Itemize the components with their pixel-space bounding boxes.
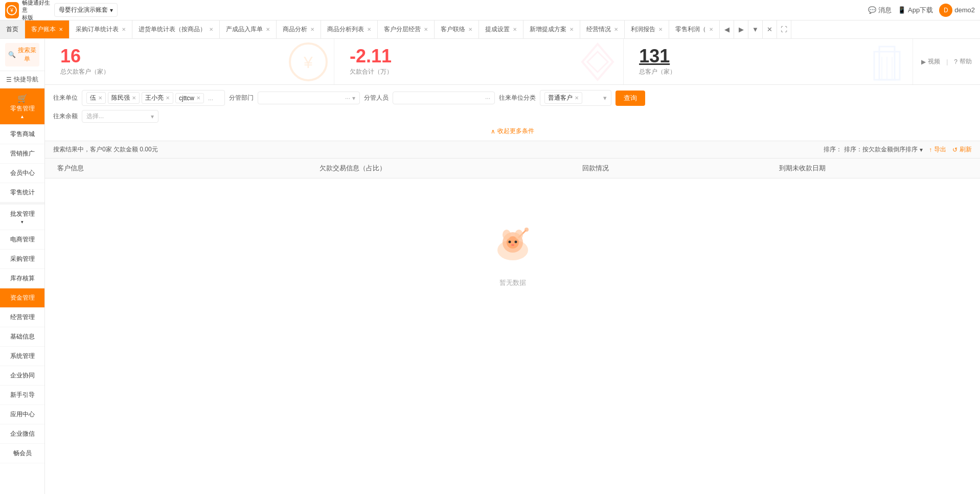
tab-expand-button[interactable]: ⛶: [777, 20, 791, 39]
person-filter-field[interactable]: ···: [393, 92, 495, 104]
sidebar-item-retail-stats[interactable]: 零售统计: [0, 183, 44, 203]
sidebar-item-enterprise[interactable]: 企业协同: [0, 366, 44, 386]
tab-close-icon[interactable]: ✕: [569, 27, 574, 32]
export-button[interactable]: ↑ 导出: [929, 145, 946, 154]
tag-close-icon[interactable]: ✕: [166, 95, 170, 101]
video-icon: ▶: [921, 58, 926, 65]
balance-filter-field[interactable]: 选择... ▾: [82, 110, 158, 123]
retail-mgmt-icon: 🛒: [17, 94, 28, 103]
tab-close-icon[interactable]: ✕: [513, 27, 517, 32]
tab-tip-settings[interactable]: 提成设置 ✕: [479, 20, 523, 39]
tag-close-icon[interactable]: ✕: [132, 95, 136, 101]
filter-tag-chen: 陈民强 ✕: [108, 92, 140, 104]
sort-selector[interactable]: 排序： 排序：按欠款金额倒序排序 ▾: [824, 145, 923, 154]
tab-profit-report[interactable]: 利润报告 ✕: [625, 20, 669, 39]
message-button[interactable]: 💬 消息: [868, 6, 892, 15]
tab-biz-status[interactable]: 经营情况 ✕: [580, 20, 625, 39]
empty-state: 暂无数据: [45, 178, 980, 328]
stats-bar: ¥ 16 总欠款客户（家） -2.11 欠款合计（万）: [45, 39, 980, 85]
tab-prev-button[interactable]: ◀: [720, 20, 734, 39]
top-bar-right: 💬 消息 📱 App下载 D demo2: [868, 4, 975, 17]
table-container: 客户信息 欠款交易信息（占比） 回款情况 到期未收款日期: [45, 159, 980, 494]
sidebar-item-finance[interactable]: 资金管理: [0, 288, 44, 308]
collapse-filter-button[interactable]: ∧ 收起更多条件: [491, 127, 534, 136]
tab-product-analysis-list[interactable]: 商品分析列表 ✕: [321, 20, 378, 39]
video-help-button[interactable]: ▶ 视频: [921, 57, 940, 66]
tab-close-all-button[interactable]: ✕: [763, 20, 777, 39]
tab-close-icon[interactable]: ✕: [209, 27, 213, 32]
app-download-button[interactable]: 📱 App下载: [898, 6, 933, 15]
avatar: D: [939, 4, 952, 17]
tab-close-icon[interactable]: ✕: [310, 27, 314, 32]
tab-customer-contact[interactable]: 客户联络 ✕: [435, 20, 479, 39]
tab-next-button[interactable]: ▶: [734, 20, 748, 39]
tab-product-stock[interactable]: 产成品入库单 ✕: [220, 20, 277, 39]
help-button[interactable]: ? 帮助: [954, 57, 972, 66]
sidebar-item-inventory[interactable]: 库存核算: [0, 269, 44, 288]
quick-nav-button[interactable]: ☰ 快捷导航: [0, 71, 44, 88]
sidebar-item-retail-mall[interactable]: 零售商城: [0, 125, 44, 144]
empty-text: 暂无数据: [499, 278, 526, 287]
filter-bar: 往来单位 伍 ✕ 陈民强 ✕ 王小亮 ✕ cjttcw: [45, 85, 980, 141]
sidebar-item-purchase[interactable]: 采购管理: [0, 250, 44, 269]
stats-item-credit-amount: -2.11 欠款合计（万）: [334, 39, 624, 84]
svg-point-16: [503, 230, 511, 240]
sidebar-item-basic-info[interactable]: 基础信息: [0, 327, 44, 347]
top-bar: ¥ 畅捷通好生意 标版 母婴行业演示账套 ▾ 💬 消息 📱 App下载 D de…: [0, 0, 980, 20]
sidebar-item-marketing[interactable]: 营销推广: [0, 144, 44, 164]
tab-close-icon[interactable]: ✕: [122, 27, 126, 32]
tab-product-analysis[interactable]: 商品分析 ✕: [277, 20, 321, 39]
sidebar-item-wholesale-mgmt[interactable]: 批发管理 ▾: [0, 205, 44, 230]
tag-close-icon[interactable]: ✕: [98, 95, 102, 101]
chevron-icon: ▲: [20, 114, 25, 119]
refresh-button[interactable]: ↺ 刷新: [952, 145, 972, 154]
tag-close-icon[interactable]: ✕: [575, 95, 579, 101]
tab-customer-seg[interactable]: 客户分层经营 ✕: [378, 20, 435, 39]
chevron-down-icon: ▾: [21, 219, 24, 224]
sidebar-item-enterprise-wechat[interactable]: 企业微信: [0, 424, 44, 444]
sidebar-item-member[interactable]: 畅会员: [0, 444, 44, 463]
tab-add-plan[interactable]: 新增提成方案 ✕: [523, 20, 580, 39]
svg-point-15: [525, 228, 529, 232]
tab-close-icon[interactable]: ✕: [709, 27, 713, 32]
unit-filter-label: 往来单位: [53, 94, 78, 102]
tab-close-icon[interactable]: ✕: [266, 27, 270, 32]
tab-menu-button[interactable]: ▼: [748, 20, 763, 39]
tab-close-icon[interactable]: ✕: [614, 27, 618, 32]
dept-filter-field[interactable]: ··· ▾: [258, 92, 360, 104]
user-menu[interactable]: D demo2: [939, 4, 975, 17]
tab-stock-stat[interactable]: 进货单统计表（按商品） ✕: [132, 20, 220, 39]
tab-close-icon[interactable]: ✕: [367, 27, 371, 32]
tab-retail-profit[interactable]: 零售利润（ ✕: [669, 20, 720, 39]
sidebar-item-ops-mgmt[interactable]: 经营管理: [0, 308, 44, 327]
tab-home[interactable]: 首页: [0, 20, 25, 39]
sidebar-item-ecommerce[interactable]: 电商管理: [0, 230, 44, 250]
tab-close-icon[interactable]: ✕: [658, 27, 663, 32]
sidebar-item-new-guide[interactable]: 新手引导: [0, 386, 44, 405]
filter-tag-cjttcw: cjttcw ✕: [175, 93, 204, 103]
workspace-selector[interactable]: 母婴行业演示账套 ▾: [54, 3, 118, 17]
search-menu-button[interactable]: 🔍 搜索菜单: [5, 43, 39, 66]
tab-close-icon[interactable]: ✕: [59, 27, 63, 32]
filter-tag-normal-customer: 普通客户 ✕: [544, 92, 582, 104]
sidebar-item-retail-mgmt[interactable]: 🛒 零售管理 ▲: [0, 88, 44, 125]
tab-purchase-order[interactable]: 采购订单统计表 ✕: [70, 20, 132, 39]
balance-filter-label: 往来余额: [53, 112, 78, 121]
tag-close-icon[interactable]: ✕: [196, 95, 200, 101]
results-bar: 搜索结果中，客户0家 欠款金额 0.00元 排序： 排序：按欠款金额倒序排序 ▾…: [45, 141, 980, 159]
sidebar-item-member-center[interactable]: 会员中心: [0, 164, 44, 183]
tab-account[interactable]: 客户账本 ✕: [25, 20, 70, 39]
chevron-down-icon: ▾: [151, 113, 154, 120]
tab-close-icon[interactable]: ✕: [424, 27, 428, 32]
svg-text:¥: ¥: [303, 53, 313, 72]
tab-close-icon[interactable]: ✕: [468, 27, 472, 32]
svg-point-20: [511, 244, 514, 246]
tab-bar: 首页 客户账本 ✕ 采购订单统计表 ✕ 进货单统计表（按商品） ✕ 产成品入库单…: [0, 20, 980, 39]
sidebar: 🔍 搜索菜单 ☰ 快捷导航 🛒 零售管理 ▲ 零售商城 营销推广 会员中心 零售…: [0, 39, 45, 494]
sidebar-item-sys-mgmt[interactable]: 系统管理: [0, 347, 44, 366]
sidebar-item-app-center[interactable]: 应用中心: [0, 405, 44, 424]
filter-more-button[interactable]: ...: [206, 94, 215, 103]
main-layout: 🔍 搜索菜单 ☰ 快捷导航 🛒 零售管理 ▲ 零售商城 营销推广 会员中心 零售…: [0, 39, 980, 494]
query-button[interactable]: 查询: [616, 91, 645, 106]
download-icon: 📱: [898, 6, 906, 14]
